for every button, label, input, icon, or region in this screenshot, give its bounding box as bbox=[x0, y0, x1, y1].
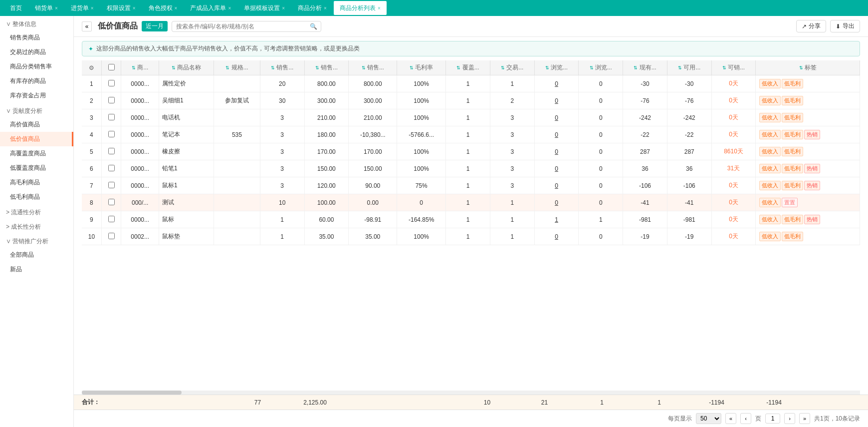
nav-item-sales[interactable]: 销货单 × bbox=[29, 1, 64, 15]
td-name: 鼠标1 bbox=[159, 177, 214, 194]
nav-item-template[interactable]: 单据模板设置 × bbox=[238, 1, 291, 15]
row-checkbox[interactable] bbox=[108, 199, 115, 205]
view1-link[interactable]: 0 bbox=[555, 182, 558, 189]
th-code[interactable]: ⇅ 商... bbox=[121, 60, 159, 75]
page-size-select[interactable]: 50 100 200 bbox=[696, 413, 721, 424]
th-sellable[interactable]: ⇅ 可销... bbox=[711, 60, 756, 75]
nav-item-warehouse[interactable]: 产成品入库单 × bbox=[184, 1, 237, 15]
nav-close-permission[interactable]: × bbox=[133, 5, 136, 11]
nav-close-role[interactable]: × bbox=[175, 5, 178, 11]
th-settings[interactable]: ⚙ bbox=[82, 60, 101, 75]
nav-close-analysis[interactable]: × bbox=[324, 5, 327, 11]
td-checkbox[interactable] bbox=[101, 211, 121, 228]
row-checkbox[interactable] bbox=[108, 182, 115, 188]
filter-button[interactable]: 近一月 bbox=[142, 21, 168, 31]
sidebar-group-flow[interactable]: > 流通性分析 bbox=[0, 204, 73, 219]
sidebar-item-low-value[interactable]: 低价值商品 bbox=[0, 132, 73, 146]
first-page-button[interactable]: « bbox=[725, 413, 736, 424]
row-checkbox[interactable] bbox=[108, 131, 115, 137]
th-view2[interactable]: ⇅ 浏览... bbox=[579, 60, 623, 75]
sidebar-item-stock-fund[interactable]: 库存资金占用 bbox=[0, 88, 73, 103]
sidebar-item-traded-goods[interactable]: 交易过的商品 bbox=[0, 45, 73, 59]
sidebar-group-overall[interactable]: ∨ 整体信息 bbox=[0, 16, 73, 30]
nav-close-purchase[interactable]: × bbox=[91, 5, 94, 11]
th-sales3[interactable]: ⇅ 销售... bbox=[349, 60, 397, 75]
th-current[interactable]: ⇅ 现有... bbox=[623, 60, 667, 75]
sidebar-item-high-coverage[interactable]: 高覆盖度商品 bbox=[0, 146, 73, 161]
row-checkbox[interactable] bbox=[108, 97, 115, 103]
th-trade[interactable]: ⇅ 交易... bbox=[490, 60, 534, 75]
sidebar-item-high-value[interactable]: 高价值商品 bbox=[0, 117, 73, 132]
sidebar-item-sales-goods[interactable]: 销售类商品 bbox=[0, 30, 73, 45]
th-name[interactable]: ⇅ 商品名称 bbox=[159, 60, 214, 75]
sidebar-group-marketing[interactable]: ∨ 营销推广分析 bbox=[0, 233, 73, 248]
row-checkbox[interactable] bbox=[108, 114, 115, 120]
th-sales1[interactable]: ⇅ 销售... bbox=[260, 60, 304, 75]
footer-cell-current: -1194 bbox=[688, 399, 745, 406]
row-checkbox[interactable] bbox=[108, 216, 115, 222]
view1-link[interactable]: 0 bbox=[555, 148, 558, 155]
share-button[interactable]: ↗ 分享 bbox=[796, 20, 826, 32]
td-checkbox[interactable] bbox=[101, 75, 121, 92]
export-button[interactable]: ⬇ 导出 bbox=[830, 20, 860, 32]
nav-item-purchase[interactable]: 进货单 × bbox=[65, 1, 100, 15]
row-checkbox[interactable] bbox=[108, 233, 115, 239]
th-cover[interactable]: ⇅ 覆盖... bbox=[446, 60, 490, 75]
th-tag[interactable]: ⇅ 标签 bbox=[756, 60, 860, 75]
sidebar-item-all-goods[interactable]: 全部商品 bbox=[0, 248, 73, 262]
nav-item-analysis-list[interactable]: 商品分析列表 × bbox=[334, 1, 387, 15]
nav-close-sales[interactable]: × bbox=[55, 5, 58, 11]
th-available[interactable]: ⇅ 可用... bbox=[667, 60, 711, 75]
sidebar-group-contribution[interactable]: ∨ 贡献度分析 bbox=[0, 103, 73, 117]
th-view1[interactable]: ⇅ 浏览... bbox=[534, 60, 579, 75]
th-spec[interactable]: ⇅ 规格... bbox=[214, 60, 260, 75]
sidebar-group-growth[interactable]: > 成长性分析 bbox=[0, 219, 73, 233]
row-checkbox[interactable] bbox=[108, 148, 115, 154]
td-checkbox[interactable] bbox=[101, 194, 121, 211]
sidebar-item-new-goods[interactable]: 新品 bbox=[0, 262, 73, 277]
nav-item-role[interactable]: 角色授权 × bbox=[143, 1, 184, 15]
nav-item-home[interactable]: 首页 bbox=[4, 1, 28, 15]
nav-close-warehouse[interactable]: × bbox=[228, 5, 231, 11]
select-all-checkbox[interactable] bbox=[108, 64, 115, 70]
view1-link[interactable]: 1 bbox=[555, 216, 558, 223]
nav-item-permission[interactable]: 权限设置 × bbox=[101, 1, 142, 15]
sidebar-collapse-button[interactable]: « bbox=[82, 21, 92, 31]
view1-link[interactable]: 0 bbox=[555, 131, 558, 138]
sidebar-item-category-sales[interactable]: 商品分类销售率 bbox=[0, 59, 73, 74]
nav-close-analysis-list[interactable]: × bbox=[378, 5, 381, 11]
sidebar-item-low-coverage[interactable]: 低覆盖度商品 bbox=[0, 161, 73, 175]
td-checkbox[interactable] bbox=[101, 92, 121, 109]
last-page-button[interactable]: » bbox=[799, 413, 810, 424]
view1-link[interactable]: 0 bbox=[555, 80, 558, 87]
td-checkbox[interactable] bbox=[101, 143, 121, 160]
th-gross[interactable]: ⇅ 毛利率 bbox=[397, 60, 446, 75]
sidebar-item-stock-goods[interactable]: 有库存的商品 bbox=[0, 74, 73, 88]
view1-link[interactable]: 0 bbox=[555, 97, 558, 104]
nav-item-analysis[interactable]: 商品分析 × bbox=[292, 1, 333, 15]
th-checkbox[interactable] bbox=[101, 60, 121, 75]
row-checkbox[interactable] bbox=[108, 80, 115, 86]
td-checkbox[interactable] bbox=[101, 160, 121, 177]
th-sales2[interactable]: ⇅ 销售... bbox=[304, 60, 349, 75]
sidebar-item-high-margin[interactable]: 高毛利商品 bbox=[0, 175, 73, 190]
nav-close-template[interactable]: × bbox=[282, 5, 285, 11]
td-checkbox[interactable] bbox=[101, 177, 121, 194]
td-checkbox[interactable] bbox=[101, 109, 121, 126]
td-spec: 参加复试 bbox=[214, 92, 260, 109]
prev-page-button[interactable]: ‹ bbox=[740, 413, 751, 424]
td-cover: 1 bbox=[446, 109, 490, 126]
td-checkbox[interactable] bbox=[101, 228, 121, 245]
view1-link[interactable]: 0 bbox=[555, 199, 558, 206]
view1-link[interactable]: 0 bbox=[555, 114, 558, 121]
scrollbar-thumb[interactable] bbox=[82, 391, 182, 395]
view1-link[interactable]: 0 bbox=[555, 233, 558, 240]
sidebar-item-low-margin[interactable]: 低毛利商品 bbox=[0, 190, 73, 204]
row-checkbox[interactable] bbox=[108, 165, 115, 171]
search-input[interactable] bbox=[172, 21, 321, 32]
view1-link[interactable]: 0 bbox=[555, 165, 558, 172]
horizontal-scrollbar[interactable] bbox=[82, 391, 860, 395]
td-checkbox[interactable] bbox=[101, 126, 121, 143]
next-page-button[interactable]: › bbox=[784, 413, 795, 424]
page-number-input[interactable] bbox=[765, 414, 780, 424]
